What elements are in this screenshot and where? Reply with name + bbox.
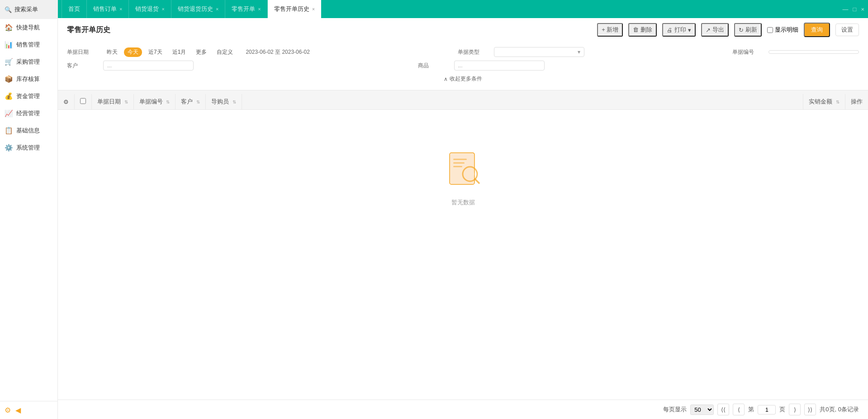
show-detail-checkbox-label[interactable]: 显示明细 — [767, 26, 798, 34]
sidebar-search[interactable]: 🔍 搜索采单 — [0, 0, 57, 19]
sidebar-item-operations[interactable]: 📈 经营管理 — [0, 105, 57, 122]
th-settings[interactable]: ⚙ — [58, 94, 75, 110]
date-filter-label: 单据日期 — [67, 48, 94, 56]
sort-amount-icon: ⇅ — [836, 99, 840, 104]
type-filter-select[interactable]: ▾ — [494, 47, 584, 57]
collapse-filter-row[interactable]: ∧ 收起更多条件 — [67, 72, 859, 85]
svg-rect-3 — [453, 166, 462, 167]
sidebar-item-inventory[interactable]: 📦 库存核算 — [0, 71, 57, 88]
th-action-label: 操作 — [851, 98, 863, 105]
maximize-btn[interactable]: □ — [853, 6, 857, 13]
th-amount-label: 实销金额 — [809, 98, 832, 105]
sidebar-item-label: 采购管理 — [16, 58, 40, 66]
date-filter-options: 昨天 今天 近7天 近1月 更多 自定义 — [103, 47, 237, 57]
th-bill-no-label: 单据编号 — [139, 98, 163, 105]
th-action: 操作 — [845, 94, 868, 110]
select-all-checkbox[interactable] — [80, 98, 86, 104]
sidebar: 🔍 搜索采单 🏠 快捷导航 📊 销售管理 🛒 采购管理 📦 库存核算 💰 资金管… — [0, 0, 58, 419]
purchase-icon: 🛒 — [5, 58, 13, 66]
sort-date-icon: ⇅ — [124, 99, 128, 104]
th-guide[interactable]: 导购员 ⇅ — [205, 94, 242, 110]
tab-sales-order[interactable]: 销售订单 × — [87, 0, 129, 18]
sidebar-item-label: 系统管理 — [16, 144, 40, 152]
print-dropdown-icon: ▾ — [688, 27, 691, 33]
toolbar: + 新增 🗑 删除 🖨 打印 ▾ ↗ 导出 ↻ 刷新 — [597, 23, 859, 37]
per-page-label: 每页显示 — [663, 405, 687, 414]
th-checkbox[interactable] — [75, 94, 92, 110]
sort-guide-icon: ⇅ — [232, 99, 236, 104]
th-bill-no[interactable]: 单据编号 ⇅ — [133, 94, 175, 110]
page-summary: 共0页, 0条记录 — [820, 405, 859, 414]
refresh-button[interactable]: ↻ 刷新 — [734, 23, 762, 37]
tab-home-label: 首页 — [68, 5, 80, 13]
tab-retail-open-label: 零售开单 — [232, 5, 255, 13]
print-button[interactable]: 🖨 打印 ▾ — [662, 23, 696, 37]
sidebar-item-system[interactable]: ⚙️ 系统管理 — [0, 139, 57, 156]
refresh-label: 刷新 — [745, 26, 757, 34]
show-detail-label: 显示明细 — [775, 26, 798, 34]
per-page-select[interactable]: 50 100 200 — [690, 405, 714, 415]
first-page-btn[interactable]: ⟨⟨ — [717, 404, 729, 415]
tab-retail-open[interactable]: 零售开单 × — [225, 0, 267, 18]
sidebar-item-label: 销售管理 — [16, 41, 40, 49]
th-date-label: 单据日期 — [97, 98, 121, 105]
goods-label: 商品 — [418, 62, 445, 70]
settings-bottom-icon[interactable]: ⚙ — [5, 406, 11, 414]
sidebar-item-basic-info[interactable]: 📋 基础信息 — [0, 122, 57, 139]
query-button[interactable]: 查询 — [804, 23, 830, 37]
next-page-btn[interactable]: ⟩ — [789, 404, 801, 415]
date-today[interactable]: 今天 — [124, 47, 142, 57]
page-input[interactable] — [758, 405, 776, 414]
date-7days[interactable]: 近7天 — [145, 47, 166, 57]
date-more[interactable]: 更多 — [192, 47, 210, 57]
settings-icon: ⚙ — [63, 99, 69, 105]
goods-input[interactable]: ... — [454, 61, 545, 71]
tab-sales-return-label: 销货退货 — [135, 5, 159, 13]
date-custom[interactable]: 自定义 — [213, 47, 237, 57]
close-btn[interactable]: × — [861, 6, 864, 13]
delete-button[interactable]: 🗑 删除 — [628, 23, 657, 37]
tab-sales-return-history-label: 销货退货历史 — [178, 5, 213, 13]
sidebar-item-quick-nav[interactable]: 🏠 快捷导航 — [0, 19, 57, 36]
sidebar-item-label: 基础信息 — [16, 127, 40, 135]
last-page-btn[interactable]: ⟩⟩ — [804, 404, 816, 415]
tab-retail-open-history[interactable]: 零售开单历史 × — [268, 0, 321, 18]
date-1month[interactable]: 近1月 — [169, 47, 190, 57]
tab-sales-order-close[interactable]: × — [119, 6, 122, 12]
collapse-sidebar-icon[interactable]: ◀ — [15, 406, 21, 414]
tab-retail-open-history-label: 零售开单历史 — [274, 5, 309, 13]
customer-input[interactable]: ... — [103, 61, 194, 71]
tab-sales-return[interactable]: 销货退货 × — [129, 0, 171, 18]
export-button[interactable]: ↗ 导出 — [701, 23, 729, 37]
print-label: 打印 — [674, 26, 686, 34]
bill-no-input[interactable] — [768, 50, 859, 54]
tab-retail-open-close[interactable]: × — [258, 6, 261, 12]
basic-info-icon: 📋 — [5, 127, 13, 135]
sidebar-item-sales-mgmt[interactable]: 📊 销售管理 — [0, 36, 57, 53]
sidebar-item-finance[interactable]: 💰 资金管理 — [0, 88, 57, 105]
tab-sales-return-history[interactable]: 销货退货历史 × — [171, 0, 225, 18]
sidebar-bottom: ⚙ ◀ — [0, 401, 57, 419]
tab-retail-open-history-close[interactable]: × — [312, 6, 315, 12]
th-date[interactable]: 单据日期 ⇅ — [92, 94, 134, 110]
export-label: 导出 — [712, 26, 724, 34]
date-yesterday[interactable]: 昨天 — [103, 47, 121, 57]
tab-home[interactable]: 首页 — [62, 0, 87, 18]
operations-icon: 📈 — [5, 109, 13, 118]
tab-sales-return-history-close[interactable]: × — [216, 6, 218, 12]
show-detail-checkbox[interactable] — [767, 27, 773, 33]
th-amount[interactable]: 实销金额 ⇅ — [803, 94, 845, 110]
tab-sales-return-close[interactable]: × — [161, 6, 164, 12]
tab-sales-order-label: 销售订单 — [93, 5, 117, 13]
inventory-icon: 📦 — [5, 75, 13, 83]
type-filter-label: 单据类型 — [458, 48, 485, 56]
filter-row-customer: 客户 ... 商品 ... — [67, 59, 859, 72]
add-button[interactable]: + 新增 — [597, 23, 623, 37]
th-guide-label: 导购员 — [211, 98, 229, 105]
svg-point-6 — [465, 169, 474, 179]
settings-button[interactable]: 设置 — [835, 24, 859, 36]
prev-page-btn[interactable]: ⟨ — [733, 404, 745, 415]
minimize-btn[interactable]: — — [843, 6, 849, 13]
sidebar-item-purchase-mgmt[interactable]: 🛒 采购管理 — [0, 53, 57, 71]
th-customer[interactable]: 客户 ⇅ — [175, 94, 206, 110]
